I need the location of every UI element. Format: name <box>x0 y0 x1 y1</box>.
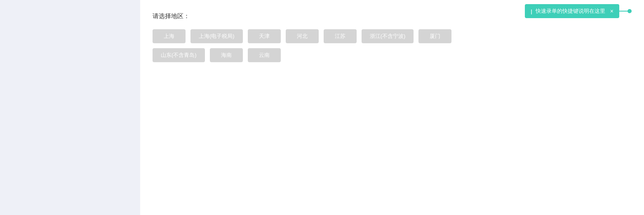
region-button[interactable]: 天津 <box>248 29 281 43</box>
sidebar <box>0 0 140 215</box>
tooltip-text: 快速录单的快捷键说明在这里 <box>536 7 605 15</box>
region-button[interactable]: 河北 <box>286 29 319 43</box>
tooltip-dot <box>628 9 632 13</box>
region-button[interactable]: 江苏 <box>324 29 357 43</box>
region-button[interactable]: 云南 <box>248 48 281 62</box>
tooltip-bubble: 快速录单的快捷键说明在这里 × <box>525 4 619 18</box>
region-buttons-row-1: 上海上海(电子税局)天津河北江苏浙江(不含宁波)厦门 <box>153 29 632 43</box>
region-button[interactable]: 海南 <box>210 48 243 62</box>
region-button[interactable]: 上海 <box>153 29 186 43</box>
region-button[interactable]: 厦门 <box>418 29 451 43</box>
main-content: 请选择地区： 上海上海(电子税局)天津河北江苏浙江(不含宁波)厦门 山东(不含青… <box>140 0 644 215</box>
tooltip-line <box>619 11 628 12</box>
region-button[interactable]: 山东(不含青岛) <box>153 48 205 62</box>
tooltip-close-button[interactable]: × <box>610 8 613 14</box>
region-button[interactable]: 浙江(不含宁波) <box>362 29 414 43</box>
region-button[interactable]: 上海(电子税局) <box>190 29 243 43</box>
region-buttons-row-2: 山东(不含青岛)海南云南 <box>153 48 632 62</box>
